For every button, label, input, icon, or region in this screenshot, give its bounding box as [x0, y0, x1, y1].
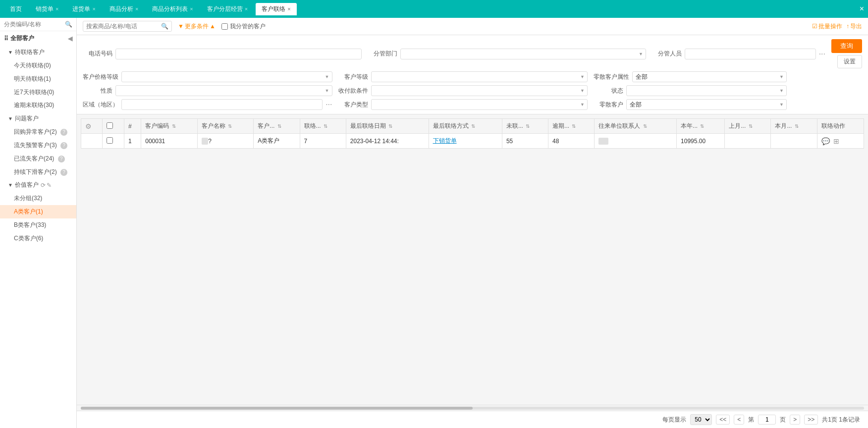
window-close-button[interactable]: × [860, 4, 864, 13]
th-code[interactable]: 客户编码 ⇅ [141, 119, 198, 134]
region-input[interactable] [121, 99, 323, 110]
tab-product-analysis[interactable]: 商品分析 × [104, 3, 144, 15]
td-code[interactable]: 000031 [141, 134, 198, 149]
th-this-month[interactable]: 本月... ⇅ [771, 119, 817, 134]
more-conditions-button[interactable]: ▼ 更多条件 ▲ [178, 22, 216, 31]
horizontal-scrollbar[interactable] [77, 405, 868, 411]
sidebar-group-value[interactable]: ▼ 价值客户 ⟳ ✎ [0, 178, 76, 192]
tab-customer-contact[interactable]: 客户联络 × [256, 3, 296, 15]
th-this-year[interactable]: 本年... ⇅ [677, 119, 725, 134]
th-last-contact-date[interactable]: 最后联络日期 ⇅ [346, 119, 429, 134]
sidebar-collapse-icon[interactable]: ◀ [68, 35, 72, 42]
sidebar-item-repurchase-abnormal[interactable]: 回购异常客户(2) ? [0, 125, 76, 139]
sidebar-item-class-c[interactable]: C类客户(6) [0, 232, 76, 245]
close-sales-order-icon[interactable]: × [55, 6, 58, 12]
filter-row-3: 性质 收付款条件 状态 [83, 85, 862, 96]
sidebar-item-ungrouped[interactable]: 未分组(32) [0, 192, 76, 205]
export-button[interactable]: ↑ 导出 [846, 22, 862, 31]
payment-label: 收付款条件 [338, 87, 368, 95]
sidebar-group-pending[interactable]: ▼ 待联络客户 [0, 46, 76, 59]
main-layout: 🔍 ⠿ 全部客户 ◀ ▼ 待联络客户 今天待联络(0) 明天待联络(1) 近7天… [0, 18, 868, 428]
th-contact-count[interactable]: 联络... ⇅ [300, 119, 346, 134]
query-button[interactable]: 查询 [831, 39, 862, 53]
row-checkbox[interactable] [107, 137, 113, 144]
status-select[interactable] [626, 85, 787, 96]
next-page-button[interactable]: > [790, 415, 800, 425]
department-label: 分管部门 [368, 50, 397, 58]
phone-field: 电话号码 [83, 49, 362, 59]
qr-icon[interactable]: ⊞ [833, 137, 839, 145]
th-name[interactable]: 客户名称 ⇅ [197, 119, 254, 134]
td-this-year: 10995.00 [677, 134, 725, 149]
region-more-icon[interactable]: ··· [326, 101, 332, 108]
retail-attr-select[interactable]: 全部 [632, 71, 787, 82]
customer-grade-select[interactable] [371, 71, 588, 82]
department-select[interactable] [400, 49, 647, 59]
setting-button[interactable]: 设置 [837, 55, 862, 68]
prev-page-button[interactable]: < [734, 415, 744, 425]
first-page-button[interactable]: << [716, 415, 730, 425]
settings-gear-icon[interactable]: ⚙ [85, 122, 92, 130]
main-search-input[interactable] [86, 23, 159, 30]
close-customer-contact-icon[interactable]: × [287, 6, 290, 12]
td-last-contact-method[interactable]: 下销货单 [429, 134, 502, 149]
nature-select[interactable] [115, 85, 332, 96]
manager-input[interactable] [685, 49, 816, 59]
arrow-icon: ▼ [8, 50, 13, 55]
last-page-button[interactable]: >> [804, 415, 818, 425]
refresh-icon[interactable]: ⟳ [41, 182, 46, 189]
content-area: 🔍 ▼ 更多条件 ▲ 我分管的客户 ☑ 批量操作 ↑ 导出 [77, 18, 868, 428]
chat-icon[interactable]: 💬 [821, 137, 830, 145]
price-grade-select[interactable] [121, 71, 332, 82]
filter-actions: ☑ 批量操作 ↑ 导出 [812, 22, 862, 31]
search-container: 🔍 [83, 21, 172, 32]
td-index: 1 [124, 134, 141, 149]
select-all-checkbox[interactable] [107, 122, 113, 129]
contact-method-link[interactable]: 下销货单 [433, 137, 457, 144]
close-purchase-icon[interactable]: × [92, 6, 95, 12]
sidebar-item-tomorrow-pending[interactable]: 明天待联络(1) [0, 72, 76, 86]
contact-person-masked [598, 138, 608, 145]
close-product-analysis-icon[interactable]: × [135, 6, 138, 12]
all-customers-header[interactable]: ⠿ 全部客户 ◀ [0, 31, 76, 46]
tab-home[interactable]: 首页 [4, 3, 28, 15]
th-overdue[interactable]: 逾期... ⇅ [548, 119, 595, 134]
customer-type-label: 客户类型 [338, 101, 368, 109]
batch-operation-button[interactable]: ☑ 批量操作 [812, 22, 842, 31]
my-customers-checkbox[interactable] [221, 23, 228, 30]
th-not-contacted[interactable]: 未联... ⇅ [502, 119, 548, 134]
page-number-input[interactable] [758, 415, 776, 425]
main-search-icon[interactable]: 🔍 [161, 23, 168, 30]
retail-customer-select[interactable]: 全部 [626, 99, 787, 110]
sidebar-search-input[interactable] [4, 21, 63, 28]
sidebar-group-problem[interactable]: ▼ 问题客户 [0, 112, 76, 125]
sidebar-search-icon[interactable]: 🔍 [65, 21, 72, 28]
sidebar-item-class-b[interactable]: B类客户(33) [0, 218, 76, 232]
sidebar-item-declining[interactable]: 持续下滑客户(2) ? [0, 165, 76, 179]
sidebar-item-churned[interactable]: 已流失客户(24) ? [0, 152, 76, 165]
tab-customer-segment[interactable]: 客户分层经营 × [201, 3, 254, 15]
sidebar-item-class-a[interactable]: A类客户(1) [0, 205, 76, 218]
th-customer-type[interactable]: 客户... ⇅ [254, 119, 300, 134]
sidebar-item-overdue-pending[interactable]: 逾期未联络(30) [0, 99, 76, 112]
close-customer-segment-icon[interactable]: × [245, 6, 248, 12]
scrollbar-thumb[interactable] [81, 407, 473, 410]
th-last-contact-method[interactable]: 最后联络方式 ⇅ [429, 119, 502, 134]
tab-purchase-order[interactable]: 进货单 × [66, 3, 101, 15]
manager-more-icon[interactable]: ··· [819, 50, 825, 58]
th-settings[interactable]: ⚙ [81, 119, 103, 134]
page-size-select[interactable]: 50 [690, 414, 712, 425]
customer-type-select[interactable] [371, 99, 588, 110]
tab-product-analysis-list[interactable]: 商品分析列表 × [146, 3, 199, 15]
tab-sales-order[interactable]: 销货单 × [30, 3, 64, 15]
sidebar-item-week-pending[interactable]: 近7天待联络(0) [0, 86, 76, 99]
close-product-list-icon[interactable]: × [190, 6, 193, 12]
edit-icon[interactable]: ✎ [47, 182, 52, 189]
sidebar-item-churn-warning[interactable]: 流失预警客户(3) ? [0, 139, 76, 152]
th-last-month[interactable]: 上月... ⇅ [725, 119, 771, 134]
sidebar-item-today-pending[interactable]: 今天待联络(0) [0, 59, 76, 72]
department-field: 分管部门 [368, 49, 647, 59]
phone-input[interactable] [115, 49, 362, 59]
th-contact-person[interactable]: 往来单位联系人 ⇅ [595, 119, 677, 134]
payment-select[interactable] [371, 85, 588, 96]
